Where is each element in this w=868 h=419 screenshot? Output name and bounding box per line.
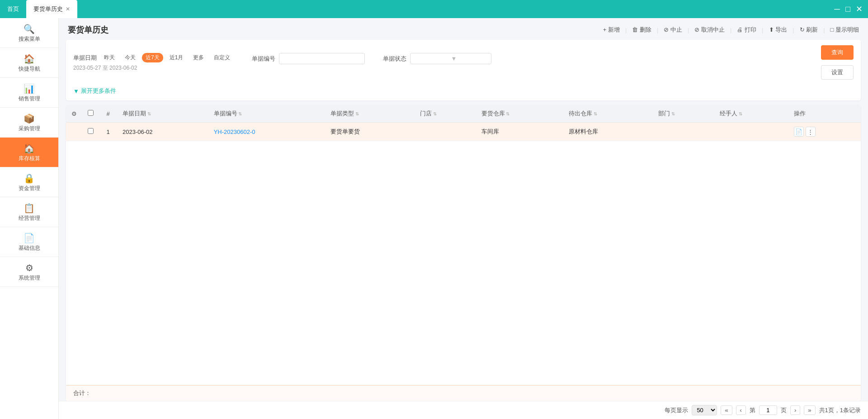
doc-no-link[interactable]: YH-20230602-0: [214, 129, 255, 135]
row-checkbox[interactable]: [88, 128, 94, 134]
row-doc-no[interactable]: YH-20230602-0: [208, 123, 325, 141]
next-page-button[interactable]: ›: [790, 405, 800, 415]
sidebar-item-purchase[interactable]: 📦 采购管理: [0, 108, 58, 138]
today-btn[interactable]: 今天: [121, 53, 139, 62]
expand-row: ▼ 展开更多条件: [73, 83, 854, 95]
col-dept[interactable]: 部门: [653, 105, 714, 123]
select-all-checkbox[interactable]: [88, 110, 94, 116]
system-icon: ⚙: [25, 263, 33, 272]
sidebar: 🔍 搜索菜单 🏠 快捷导航 📊 销售管理 📦 采购管理 🏠 库存核算 🔒 资金管…: [0, 18, 59, 419]
doc-number-input[interactable]: [279, 53, 365, 64]
sidebar-item-operations-label: 经营管理: [19, 214, 40, 222]
sales-icon: 📊: [24, 84, 35, 93]
row-req-warehouse: 车间库: [476, 123, 563, 141]
filter-area: 单据日期 昨天 今天 近7天 近1月 更多 自定义 2023-05-27 至 2…: [66, 40, 861, 100]
sidebar-item-finance-label: 资金管理: [19, 185, 40, 192]
stop-button[interactable]: ⊘ 中止: [664, 26, 682, 34]
date-range-display: 2023-05-27 至 2023-06-02: [73, 64, 234, 72]
doc-status-field: 单据状态 ▼: [383, 53, 491, 64]
sidebar-item-search-menu[interactable]: 🔍 搜索菜单: [0, 18, 58, 48]
show-detail-button[interactable]: □ 显示明细: [830, 26, 859, 34]
page-number-input[interactable]: [759, 405, 777, 415]
row-date: 2023-06-02: [117, 123, 208, 141]
purchase-icon: 📦: [24, 114, 35, 123]
col-operation: 操作: [788, 105, 861, 123]
sidebar-item-operations[interactable]: 📋 经营管理: [0, 197, 58, 227]
print-button[interactable]: 🖨 打印: [737, 26, 756, 34]
col-settings[interactable]: ⚙: [66, 105, 82, 123]
sidebar-item-search-menu-label: 搜索菜单: [19, 35, 40, 43]
doc-status-row: 单据状态 ▼: [383, 53, 491, 64]
more-ops-icon[interactable]: ⋮: [806, 127, 816, 137]
doc-status-label: 单据状态: [383, 55, 406, 63]
page-size-label: 每页显示: [665, 406, 688, 414]
sidebar-item-quick-nav[interactable]: 🏠 快捷导航: [0, 48, 58, 78]
tab-home[interactable]: 首页: [0, 0, 26, 18]
window-close-icon[interactable]: ✕: [856, 4, 863, 14]
row-operations: 📄 ⋮: [788, 123, 861, 141]
tab-history[interactable]: 要货单历史 ✕: [26, 0, 77, 18]
new-button[interactable]: + 新增: [603, 26, 620, 34]
row-handler: [714, 123, 788, 141]
expand-conditions-button[interactable]: ▼ 展开更多条件: [73, 87, 854, 95]
page-size-select[interactable]: 50 20 100 200: [692, 405, 717, 415]
query-button[interactable]: 查询: [821, 45, 854, 60]
filter-row-1: 单据日期 昨天 今天 近7天 近1月 更多 自定义 2023-05-27 至 2…: [73, 45, 854, 80]
sidebar-item-sales[interactable]: 📊 销售管理: [0, 78, 58, 108]
tab-history-label: 要货单历史: [33, 5, 63, 13]
col-handler[interactable]: 经手人: [714, 105, 788, 123]
view-icon[interactable]: 📄: [794, 127, 804, 137]
prev-page-button[interactable]: ‹: [736, 405, 746, 415]
more-btn[interactable]: 更多: [189, 53, 208, 62]
doc-status-select[interactable]: ▼: [410, 53, 491, 64]
col-date[interactable]: 单据日期: [117, 105, 208, 123]
yesterday-btn[interactable]: 昨天: [100, 53, 118, 62]
refresh-button[interactable]: ↻ 刷新: [800, 26, 818, 34]
date-filter-label: 单据日期: [73, 54, 97, 62]
sidebar-item-sales-label: 销售管理: [19, 95, 40, 103]
delete-button[interactable]: 🗑 删除: [632, 26, 651, 34]
table-wrap: ⚙ # 单据日期 单据编号 单据类型 门店 要货仓库 待出仓库 部门 经手人: [66, 105, 861, 401]
data-table: ⚙ # 单据日期 单据编号 单据类型 门店 要货仓库 待出仓库 部门 经手人: [66, 105, 861, 141]
operations-icon: 📋: [24, 204, 35, 213]
last7days-btn[interactable]: 近7天: [142, 53, 163, 62]
first-page-button[interactable]: «: [721, 405, 732, 415]
col-doc-type[interactable]: 单据类型: [325, 105, 415, 123]
sidebar-item-system[interactable]: ⚙ 系统管理: [0, 257, 58, 287]
table-body: 1 2023-06-02 YH-20230602-0 要货单要货 车间库 原材料…: [66, 123, 861, 141]
row-num: 1: [99, 123, 117, 141]
cancel-stop-button[interactable]: ⊘ 取消中止: [694, 26, 725, 34]
col-pending-warehouse[interactable]: 待出仓库: [563, 105, 653, 123]
main-layout: 🔍 搜索菜单 🏠 快捷导航 📊 销售管理 📦 采购管理 🏠 库存核算 🔒 资金管…: [0, 18, 868, 419]
sidebar-item-basic-info-label: 基础信息: [19, 244, 40, 252]
maximize-icon[interactable]: □: [845, 5, 850, 14]
row-settings: [66, 123, 82, 141]
col-store[interactable]: 门店: [415, 105, 476, 123]
content-area: 要货单历史 + 新增 | 🗑 删除 | ⊘ 中止 | ⊘ 取消中止 | 🖨 打印…: [59, 18, 868, 419]
header-row: ⚙ # 单据日期 单据编号 单据类型 门店 要货仓库 待出仓库 部门 经手人: [66, 105, 861, 123]
basic-info-icon: 📄: [24, 233, 35, 243]
search-menu-icon: 🔍: [24, 24, 35, 33]
sidebar-item-quick-nav-label: 快捷导航: [19, 65, 40, 73]
sidebar-item-inventory[interactable]: 🏠 库存核算: [0, 138, 58, 167]
expand-label: 展开更多条件: [81, 87, 116, 95]
inventory-icon: 🏠: [24, 144, 35, 153]
col-num: #: [99, 105, 117, 123]
close-icon[interactable]: ✕: [66, 6, 70, 12]
doc-number-label: 单据编号: [252, 55, 275, 63]
settings-button[interactable]: 设置: [821, 65, 854, 80]
row-dept: [653, 123, 714, 141]
col-doc-no[interactable]: 单据编号: [208, 105, 325, 123]
summary-label: 合计：: [73, 390, 91, 396]
custom-btn[interactable]: 自定义: [210, 53, 234, 62]
date-filter-field: 单据日期 昨天 今天 近7天 近1月 更多 自定义 2023-05-27 至 2…: [73, 53, 234, 72]
last-page-button[interactable]: »: [804, 405, 815, 415]
minimize-icon[interactable]: ─: [834, 5, 840, 14]
filter-group: 单据日期 昨天 今天 近7天 近1月 更多 自定义 2023-05-27 至 2…: [73, 53, 807, 72]
summary-row: 合计：: [66, 385, 861, 401]
sidebar-item-finance[interactable]: 🔒 资金管理: [0, 167, 58, 197]
sidebar-item-basic-info[interactable]: 📄 基础信息: [0, 227, 58, 257]
last1month-btn[interactable]: 近1月: [166, 53, 187, 62]
col-req-warehouse[interactable]: 要货仓库: [476, 105, 563, 123]
export-button[interactable]: ⬆ 导出: [769, 26, 788, 34]
